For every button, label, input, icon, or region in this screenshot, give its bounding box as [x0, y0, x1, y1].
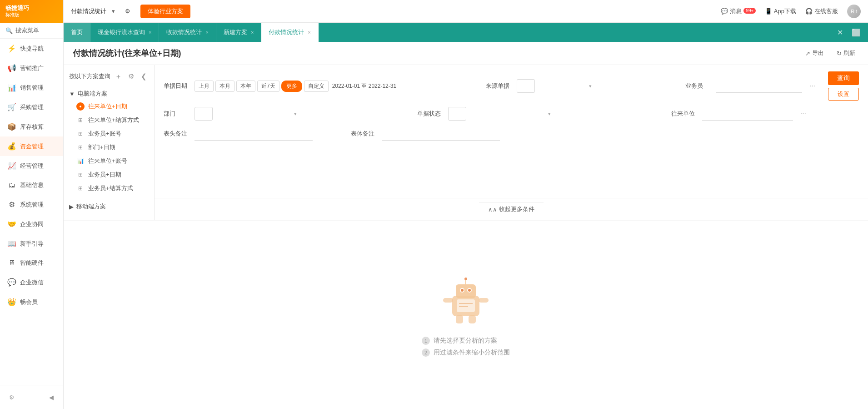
close-icon: ✕	[837, 28, 843, 37]
sidebar-item-operations[interactable]: 📈 经营管理	[0, 156, 63, 176]
system-icon: ⚙	[7, 200, 16, 209]
inventory-icon: 📦	[7, 122, 16, 131]
tab-receipt-close[interactable]: ×	[205, 30, 208, 35]
staff-input[interactable]	[716, 79, 802, 93]
date-btn-this-year[interactable]: 本年	[236, 81, 255, 92]
close-all-tabs-btn[interactable]: ✕	[833, 26, 846, 39]
svg-point-5	[468, 289, 471, 292]
enterprise-icon: 🤝	[7, 220, 16, 228]
header-settings-btn[interactable]: ⚙	[120, 4, 135, 19]
tab-bar: 首页 现金银行流水查询 × 收款情况统计 × 新建方案 × 付款情况统计 × ✕…	[64, 23, 868, 42]
main-area: 付款情况统计 ▾ ⚙ 体验行业方案 💬 消息 99 📱 App下载 🎧 在线客服…	[64, 0, 868, 409]
svg-point-7	[464, 278, 467, 280]
sidebar-item-inventory[interactable]: 📦 库存核算	[0, 117, 63, 136]
sidebar-item-marketing[interactable]: 📢 营销推广	[0, 58, 63, 78]
basic-icon: 🗂	[7, 181, 16, 189]
date-btn-last-month[interactable]: 上月	[195, 81, 214, 92]
svg-rect-1	[456, 284, 476, 298]
messages-btn[interactable]: 💬 消息 99	[721, 7, 755, 15]
tab-bank-close[interactable]: ×	[149, 30, 151, 35]
tab-payment-close[interactable]: ×	[308, 30, 310, 35]
tab-new-scheme[interactable]: 新建方案 ×	[216, 23, 261, 42]
online-support-btn[interactable]: 🎧 在线客服	[805, 7, 838, 15]
scheme-add-btn[interactable]: ＋	[113, 71, 123, 81]
doc-status-select[interactable]	[448, 107, 466, 121]
sidebar-item-wechat[interactable]: 💬 企业微信	[0, 273, 63, 292]
scheme-collapse-btn[interactable]: ❮	[139, 71, 149, 81]
scheme-section-mobile-title: 移动端方案	[76, 202, 106, 211]
scheme-item-staff-account[interactable]: ⊞ 业务员+账号	[64, 127, 154, 141]
app-download-btn[interactable]: 📱 App下载	[765, 7, 796, 15]
sidebar-item-vip[interactable]: 👑 畅会员	[0, 292, 63, 312]
scheme-item-staff-date[interactable]: ⊞ 业务员+日期	[64, 168, 154, 182]
messages-label: 消息	[730, 7, 742, 15]
finance-icon: 💰	[7, 142, 16, 151]
header-note-label: 表头备注	[164, 130, 189, 138]
page-header: 付款情况统计(往来单位+日期) ↗ 导出 ↻ 刷新	[64, 42, 868, 65]
svg-rect-12	[457, 299, 475, 312]
scheme-item-partner-payment[interactable]: ⊞ 往来单位+结算方式	[64, 113, 154, 127]
sidebar-item-guide[interactable]: 📖 新手引导	[0, 234, 63, 253]
sidebar-item-label: 基础信息	[20, 181, 44, 189]
settings-link[interactable]: 设置	[828, 88, 859, 101]
partner-dots[interactable]: ···	[798, 110, 808, 118]
scheme-item-partner-account[interactable]: 📊 往来单位+账号	[64, 154, 154, 168]
gear-icon: ⚙	[128, 72, 134, 81]
body-note-input[interactable]	[382, 127, 500, 141]
tab-bank[interactable]: 现金银行流水查询 ×	[90, 23, 159, 42]
sidebar-item-label: 资金管理	[20, 142, 44, 151]
scheme-item-label: 业务员+结算方式	[88, 184, 133, 192]
collapse-label: 收起更多条件	[499, 205, 534, 213]
doc-status-label: 单据状态	[417, 110, 443, 118]
sidebar-collapse-btn[interactable]: ◀	[44, 390, 59, 404]
export-btn[interactable]: ↗ 导出	[802, 47, 828, 59]
sidebar-settings-btn[interactable]: ⚙	[5, 390, 19, 404]
tab-receipt[interactable]: 收款情况统计 ×	[159, 23, 216, 42]
svg-rect-10	[456, 315, 463, 323]
source-select[interactable]	[517, 79, 535, 93]
sidebar-item-quick-nav[interactable]: ⚡ 快捷导航	[0, 39, 63, 58]
sidebar-item-basic[interactable]: 🗂 基础信息	[0, 176, 63, 195]
partner-input[interactable]	[702, 107, 793, 121]
date-btn-this-month[interactable]: 本月	[215, 81, 234, 92]
refresh-btn[interactable]: ↻ 刷新	[833, 47, 859, 59]
tab-payment[interactable]: 付款情况统计 ×	[261, 23, 318, 42]
scheme-settings-btn[interactable]: ⚙	[126, 71, 136, 81]
sidebar-item-label: 销售管理	[20, 84, 44, 92]
tab-new-scheme-close[interactable]: ×	[251, 30, 254, 35]
staff-dots[interactable]: ···	[808, 82, 817, 90]
tab-home-label: 首页	[71, 28, 83, 36]
sidebar-item-finance[interactable]: 💰 资金管理	[0, 136, 63, 156]
sidebar-item-sales[interactable]: 📊 销售管理	[0, 78, 63, 97]
avatar[interactable]: Rit	[847, 5, 861, 18]
scheme-item-partner-date[interactable]: ● 往来单位+日期	[64, 100, 154, 113]
gear-icon: ⚙	[125, 8, 130, 15]
date-btn-custom[interactable]: 自定义	[304, 81, 329, 92]
scheme-section-pc-header[interactable]: ▼ 电脑端方案	[64, 88, 154, 100]
header-note-input[interactable]	[195, 127, 313, 141]
header-dropdown-btn[interactable]: ▾	[112, 8, 115, 15]
logo-text: 畅捷通巧	[5, 5, 29, 12]
scheme-section-mobile-header[interactable]: ▶ 移动端方案	[64, 201, 154, 212]
restore-window-btn[interactable]: ⬜	[850, 26, 863, 39]
sidebar-item-hardware[interactable]: 🖥 智能硬件	[0, 253, 63, 273]
scheme-item-dept-date[interactable]: ⊞ 部门+日期	[64, 141, 154, 154]
sidebar-item-purchase[interactable]: 🛒 采购管理	[0, 97, 63, 117]
scheme-item-label: 往来单位+账号	[88, 157, 127, 165]
search-menu[interactable]: 🔍 搜索菜单	[0, 23, 63, 39]
header-right: 💬 消息 99 📱 App下载 🎧 在线客服 Rit	[721, 5, 861, 18]
query-button[interactable]: 查询	[828, 71, 859, 85]
refresh-label: 刷新	[843, 49, 855, 57]
scheme-item-staff-payment[interactable]: ⊞ 业务员+结算方式	[64, 182, 154, 195]
date-btn-last7[interactable]: 近7天	[257, 81, 279, 92]
tab-home[interactable]: 首页	[64, 23, 90, 42]
collapse-conditions-btn[interactable]: ∧∧ 收起更多条件	[479, 202, 544, 216]
chart-icon: 📊	[76, 157, 85, 165]
dept-select[interactable]	[195, 107, 213, 121]
date-btn-more[interactable]: 更多	[281, 81, 302, 92]
sidebar-item-system[interactable]: ⚙ 系统管理	[0, 195, 63, 214]
sidebar-item-enterprise[interactable]: 🤝 企业协同	[0, 214, 63, 234]
scheme-section-pc: ▼ 电脑端方案 ● 往来单位+日期 ⊞ 往来单位+结算方式 ⊞	[64, 85, 154, 198]
trial-button[interactable]: 体验行业方案	[140, 5, 190, 18]
sidebar-item-label: 新手引导	[20, 240, 44, 248]
